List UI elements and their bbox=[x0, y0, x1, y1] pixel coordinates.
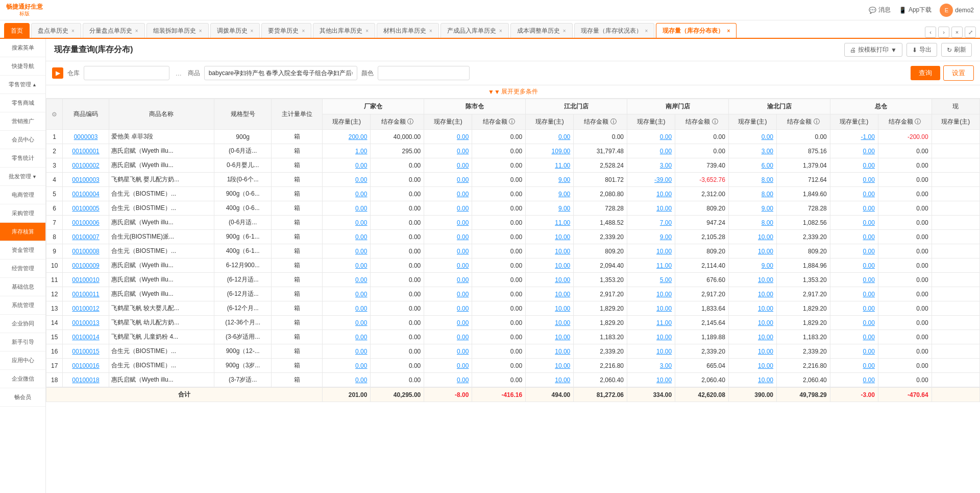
sidebar-item-retail-stats[interactable]: 零售统计 bbox=[0, 149, 45, 168]
goods-code[interactable]: 00100001 bbox=[63, 144, 109, 158]
goods-code[interactable]: 00100015 bbox=[63, 344, 109, 359]
tab-transfer[interactable]: 调拨单历史 × bbox=[210, 23, 260, 38]
jb-stock[interactable]: 10.00 bbox=[526, 373, 574, 388]
table-container[interactable]: ⚙ 商品编码 商品名称 规格型号 主计量单位 厂家仓 陈市仓 江北门店 南岸门店… bbox=[46, 99, 980, 493]
total-stock[interactable]: 0.00 bbox=[830, 187, 878, 201]
total-stock[interactable]: 0.00 bbox=[830, 201, 878, 216]
yb-stock[interactable]: 10.00 bbox=[728, 373, 776, 388]
fac-stock[interactable]: 0.00 bbox=[323, 359, 371, 373]
sidebar-item-system[interactable]: 系统管理 bbox=[0, 296, 45, 315]
goods-code[interactable]: 00100003 bbox=[63, 173, 109, 187]
total-stock[interactable]: 0.00 bbox=[830, 316, 878, 330]
sidebar-item-purchase[interactable]: 采购管理 bbox=[0, 204, 45, 223]
chen-stock[interactable]: 0.00 bbox=[424, 244, 472, 259]
tab-cost-adjust[interactable]: 成本调整单历史 × bbox=[510, 23, 573, 38]
jb-stock[interactable]: 109.00 bbox=[526, 144, 574, 158]
na-stock[interactable]: 9.00 bbox=[627, 230, 675, 244]
warehouse-input[interactable] bbox=[84, 66, 169, 80]
yb-stock[interactable]: 8.00 bbox=[728, 187, 776, 201]
jb-stock[interactable]: 10.00 bbox=[526, 259, 574, 273]
goods-code[interactable]: 00100002 bbox=[63, 158, 109, 173]
sidebar-item-search[interactable]: 搜索英单 bbox=[0, 39, 45, 57]
na-stock[interactable]: 10.00 bbox=[627, 301, 675, 316]
na-stock[interactable]: 3.00 bbox=[627, 359, 675, 373]
yb-stock[interactable]: 10.00 bbox=[728, 330, 776, 344]
na-stock[interactable]: 10.00 bbox=[627, 244, 675, 259]
chen-stock[interactable]: 0.00 bbox=[424, 201, 472, 216]
sidebar-item-inventory[interactable]: 库存核算 bbox=[0, 223, 45, 241]
na-stock[interactable]: 10.00 bbox=[627, 344, 675, 359]
export-btn[interactable]: ⬇ 导出 bbox=[906, 43, 937, 57]
tab-product-in[interactable]: 产成品入库单历史 × bbox=[440, 23, 509, 38]
settings-icon[interactable]: ⚙ bbox=[52, 111, 57, 118]
goods-code[interactable]: 00100008 bbox=[63, 244, 109, 259]
na-stock[interactable]: 10.00 bbox=[627, 330, 675, 344]
chen-stock[interactable]: 0.00 bbox=[424, 144, 472, 158]
fac-stock[interactable]: 0.00 bbox=[323, 316, 371, 330]
goods-input[interactable] bbox=[204, 66, 357, 80]
sidebar-item-vip[interactable]: 畅会员 bbox=[0, 388, 45, 407]
goods-code[interactable]: 00100004 bbox=[63, 187, 109, 201]
jb-stock[interactable]: 10.00 bbox=[526, 287, 574, 301]
goods-code[interactable]: 00100006 bbox=[63, 216, 109, 230]
warehouse-dots[interactable]: ... bbox=[174, 69, 184, 77]
close-icon[interactable]: × bbox=[365, 28, 369, 34]
fac-stock[interactable]: 0.00 bbox=[323, 244, 371, 259]
chen-stock[interactable]: 0.00 bbox=[424, 359, 472, 373]
total-stock[interactable]: 0.00 bbox=[830, 259, 878, 273]
fac-stock[interactable]: 1.00 bbox=[323, 144, 371, 158]
sidebar-item-collab[interactable]: 企业协同 bbox=[0, 315, 45, 333]
yb-stock[interactable]: 8.00 bbox=[728, 173, 776, 187]
fac-stock[interactable]: 200.00 bbox=[323, 130, 371, 144]
total-stock[interactable]: 0.00 bbox=[830, 330, 878, 344]
yb-stock[interactable]: 9.00 bbox=[728, 259, 776, 273]
jb-stock[interactable]: 10.00 bbox=[526, 230, 574, 244]
refresh-btn[interactable]: ↻ 刷新 bbox=[941, 43, 972, 57]
fac-stock[interactable]: 0.00 bbox=[323, 259, 371, 273]
goods-code[interactable]: 0000003 bbox=[63, 130, 109, 144]
tab-next-btn[interactable]: › bbox=[938, 27, 949, 38]
yb-stock[interactable]: 10.00 bbox=[728, 230, 776, 244]
goods-code[interactable]: 00100005 bbox=[63, 201, 109, 216]
na-stock[interactable]: 10.00 bbox=[627, 373, 675, 388]
close-icon[interactable]: × bbox=[302, 28, 305, 34]
goods-code[interactable]: 00100014 bbox=[63, 330, 109, 344]
sidebar-item-operations[interactable]: 经营管理 bbox=[0, 260, 45, 278]
yb-stock[interactable]: 10.00 bbox=[728, 273, 776, 287]
sidebar-item-member[interactable]: 会员中心 bbox=[0, 131, 45, 149]
chen-stock[interactable]: 0.00 bbox=[424, 158, 472, 173]
yb-stock[interactable]: 9.00 bbox=[728, 201, 776, 216]
tab-prev-btn[interactable]: ‹ bbox=[925, 27, 936, 38]
chen-stock[interactable]: 0.00 bbox=[424, 373, 472, 388]
na-stock[interactable]: 5.00 bbox=[627, 273, 675, 287]
yb-stock[interactable]: 10.00 bbox=[728, 344, 776, 359]
chen-stock[interactable]: 0.00 bbox=[424, 216, 472, 230]
chen-stock[interactable]: 0.00 bbox=[424, 287, 472, 301]
jb-stock[interactable]: 11.00 bbox=[526, 158, 574, 173]
na-stock[interactable]: 10.00 bbox=[627, 187, 675, 201]
goods-code[interactable]: 00100016 bbox=[63, 359, 109, 373]
na-stock[interactable]: -39.00 bbox=[627, 173, 675, 187]
fac-stock[interactable]: 0.00 bbox=[323, 344, 371, 359]
na-stock[interactable]: 10.00 bbox=[627, 287, 675, 301]
sidebar-item-wholesale[interactable]: 批发管理 ▼ bbox=[0, 168, 45, 186]
fac-stock[interactable]: 0.00 bbox=[323, 158, 371, 173]
sidebar-item-wechat[interactable]: 企业微信 bbox=[0, 370, 45, 388]
na-stock[interactable]: 3.00 bbox=[627, 158, 675, 173]
yb-stock[interactable]: 10.00 bbox=[728, 301, 776, 316]
yb-stock[interactable]: 10.00 bbox=[728, 359, 776, 373]
jb-stock[interactable]: 10.00 bbox=[526, 344, 574, 359]
chen-stock[interactable]: 0.00 bbox=[424, 173, 472, 187]
filter-toggle-btn[interactable]: ▶ bbox=[52, 67, 63, 79]
user-profile[interactable]: E demo2 bbox=[940, 4, 974, 17]
total-stock[interactable]: 0.00 bbox=[830, 359, 878, 373]
sidebar-item-ecommerce[interactable]: 电商管理 bbox=[0, 186, 45, 204]
chen-stock[interactable]: 0.00 bbox=[424, 316, 472, 330]
query-btn[interactable]: 查询 bbox=[911, 66, 940, 80]
jb-stock[interactable]: 9.00 bbox=[526, 187, 574, 201]
close-icon[interactable]: × bbox=[199, 28, 202, 34]
chen-stock[interactable]: 0.00 bbox=[424, 130, 472, 144]
message-btn[interactable]: 💬 消息 bbox=[869, 6, 891, 14]
yb-stock[interactable]: 10.00 bbox=[728, 316, 776, 330]
sidebar-item-finance[interactable]: 资金管理 bbox=[0, 241, 45, 260]
